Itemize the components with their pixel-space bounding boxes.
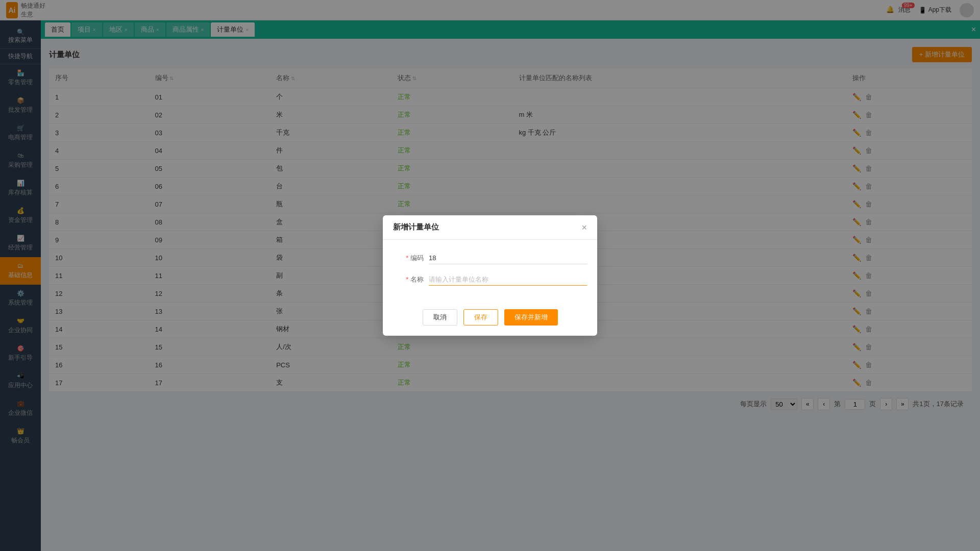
modal-title: 新增计量单位 xyxy=(393,222,439,232)
code-input[interactable] xyxy=(429,252,587,264)
name-input[interactable] xyxy=(429,273,587,286)
code-label: 编码 xyxy=(393,254,424,263)
form-row-code: 编码 xyxy=(393,252,587,264)
save-and-add-button[interactable]: 保存并新增 xyxy=(504,309,558,325)
cancel-button[interactable]: 取消 xyxy=(423,309,457,325)
name-label: 名称 xyxy=(393,275,424,284)
add-unit-modal: 新增计量单位 × 编码 名称 取消 保存 保存并新增 xyxy=(383,215,597,336)
modal-header: 新增计量单位 × xyxy=(383,215,597,240)
modal-footer: 取消 保存 保存并新增 xyxy=(383,303,597,336)
form-row-name: 名称 xyxy=(393,273,587,286)
modal-close-button[interactable]: × xyxy=(581,223,587,232)
save-button[interactable]: 保存 xyxy=(463,309,498,325)
modal-body: 编码 名称 xyxy=(383,240,597,303)
